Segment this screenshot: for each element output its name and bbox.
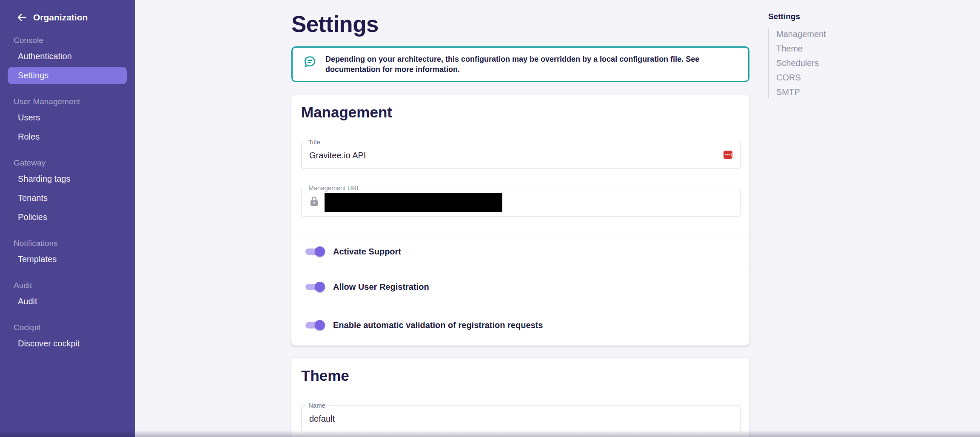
back-to-organization-button[interactable]: Organization (0, 0, 135, 23)
toggle-row-activate-support: Activate Support (291, 234, 749, 269)
toggle-row-allow-user-registration: Allow User Registration (291, 269, 749, 304)
toggle-thumb (315, 320, 325, 330)
sidebar-item-users[interactable]: Users (8, 109, 127, 126)
management-url-field: Management URL (301, 188, 741, 217)
toc-item-smtp[interactable]: SMTP (776, 87, 896, 97)
activate-support-toggle[interactable] (305, 246, 325, 257)
toggle-label: Allow User Registration (333, 282, 429, 292)
sidebar-item-authentication[interactable]: Authentication (8, 48, 127, 65)
sidebar-item-templates[interactable]: Templates (8, 251, 127, 268)
section-label: Notifications (0, 239, 135, 248)
banner-text: Depending on your architecture, this con… (325, 54, 738, 74)
sidebar-item-roles[interactable]: Roles (8, 128, 127, 146)
section-label: Console (0, 36, 135, 45)
theme-card-title: Theme (291, 358, 749, 383)
sidebar-section-cockpit: Cockpit Discover cockpit (0, 323, 135, 352)
toggle-thumb (315, 282, 325, 292)
theme-name-field: Name (301, 405, 741, 432)
page-toc: Settings Management Theme Schedulers COR… (768, 12, 896, 98)
sidebar-item-tenants[interactable]: Tenants (8, 189, 127, 207)
sidebar-section-audit: Audit Audit (0, 281, 135, 310)
page-title: Settings (291, 13, 749, 36)
toc-item-cors[interactable]: CORS (776, 73, 896, 83)
auto-validation-toggle[interactable] (305, 320, 325, 331)
sidebar-item-discover-cockpit[interactable]: Discover cockpit (8, 335, 127, 352)
toggle-label: Activate Support (333, 246, 401, 257)
section-label: Audit (0, 281, 135, 290)
toc-item-schedulers[interactable]: Schedulers (776, 58, 896, 68)
info-banner: Depending on your architecture, this con… (291, 46, 749, 82)
management-card-title: Management (291, 94, 749, 120)
toggle-label: Enable automatic validation of registrat… (333, 320, 543, 330)
sidebar-item-policies[interactable]: Policies (8, 209, 127, 226)
theme-name-field-label: Name (306, 402, 328, 409)
sidebar-section-user-management: User Management Users Roles (0, 97, 135, 146)
toc-title: Settings (768, 12, 896, 21)
redacted-value (325, 193, 502, 212)
sidebar: Organization Console Authentication Sett… (0, 0, 135, 437)
toggle-row-auto-validation: Enable automatic validation of registrat… (291, 304, 749, 346)
toc-item-management[interactable]: Management (776, 29, 896, 39)
back-label: Organization (33, 12, 88, 23)
main-content: Settings Depending on your architecture,… (291, 0, 749, 437)
section-label: Gateway (0, 158, 135, 168)
sidebar-section-console: Console Authentication Settings (0, 36, 135, 84)
section-label: Cockpit (0, 323, 135, 332)
sidebar-item-settings[interactable]: Settings (8, 67, 127, 84)
theme-name-input[interactable] (309, 413, 732, 425)
management-card: Management Title Management URL (291, 94, 749, 346)
title-input[interactable] (309, 149, 718, 161)
theme-card: Theme Name Logo (291, 358, 749, 437)
chat-bubble-icon (303, 55, 317, 71)
sidebar-section-notifications: Notifications Templates (0, 239, 135, 268)
toc-list: Management Theme Schedulers CORS SMTP (768, 29, 896, 98)
toggle-thumb (315, 246, 325, 257)
theme-fields: Name Logo (291, 396, 749, 437)
section-label: User Management (0, 97, 135, 106)
sidebar-item-sharding-tags[interactable]: Sharding tags (8, 170, 127, 188)
arrow-left-icon (16, 12, 27, 23)
password-manager-icon[interactable] (724, 151, 732, 160)
allow-user-registration-toggle[interactable] (305, 281, 325, 292)
toc-item-theme[interactable]: Theme (776, 44, 896, 54)
management-url-field-label: Management URL (306, 184, 362, 192)
sidebar-item-audit[interactable]: Audit (8, 293, 127, 310)
lock-icon (309, 196, 319, 209)
sidebar-section-gateway: Gateway Sharding tags Tenants Policies (0, 158, 135, 226)
management-fields: Title Management URL (291, 132, 749, 217)
title-field: Title (301, 142, 741, 169)
title-field-label: Title (306, 138, 322, 146)
